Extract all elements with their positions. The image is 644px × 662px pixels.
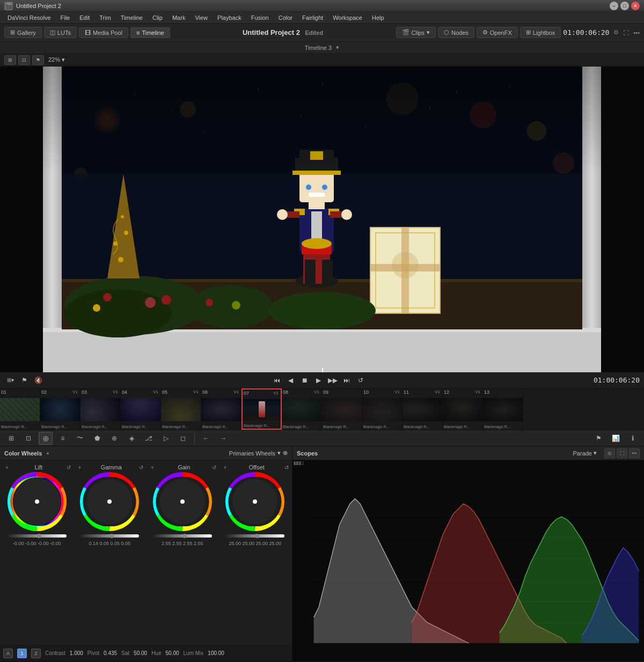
clip-07[interactable]: 07 V1 Blackmagic R...: [241, 388, 282, 430]
go-to-end-btn[interactable]: ⏭: [341, 374, 353, 386]
close-button[interactable]: ✕: [631, 2, 640, 10]
clip-04[interactable]: 04 V1 Blackmagic R...: [121, 388, 161, 430]
gain-wheel[interactable]: [153, 472, 212, 531]
menu-fairlight[interactable]: Fairlight: [298, 13, 327, 22]
nodes-button[interactable]: ⬡ Nodes: [438, 27, 474, 38]
scope-grid-btn[interactable]: ⊞: [604, 448, 615, 458]
gain-slider[interactable]: [153, 532, 212, 540]
clip-10[interactable]: 10 V1 Blackmagic R...: [362, 388, 402, 430]
menu-trim[interactable]: Trim: [95, 13, 115, 22]
view-zoom-btn[interactable]: ⊡: [18, 55, 30, 65]
luts-button[interactable]: ◫ LUTs: [44, 27, 77, 38]
step-forward-btn[interactable]: ▶▶: [327, 374, 339, 386]
media-pool-button[interactable]: 🎞 Media Pool: [79, 27, 128, 38]
go-to-start-btn[interactable]: ⏮: [271, 374, 283, 386]
clip-08[interactable]: 08 V1 Blackmagic R...: [282, 388, 322, 430]
gamma-slider[interactable]: [80, 532, 139, 540]
menu-color[interactable]: Color: [274, 13, 297, 22]
menu-davinci[interactable]: DaVinci Resolve: [3, 13, 55, 22]
preview-image: [0, 67, 644, 372]
clips-button[interactable]: 🎬 Clips ▾: [396, 27, 436, 38]
clip-06[interactable]: 06 V1 Blackmagic R...: [201, 388, 241, 430]
offset-add-btn[interactable]: +: [222, 464, 229, 471]
node-num-1[interactable]: 1: [17, 649, 27, 658]
zoom-level[interactable]: 22% ▾: [46, 56, 67, 63]
color-tool-blur[interactable]: ◈: [125, 432, 138, 445]
timeline-dropdown-icon[interactable]: ▾: [336, 44, 339, 51]
color-tool-track[interactable]: ◻: [176, 432, 190, 445]
timeline-button[interactable]: ≡ Timeline: [130, 27, 170, 38]
lift-slider[interactable]: [8, 532, 67, 540]
view-fit-btn[interactable]: ⊞: [4, 55, 16, 65]
gallery-button[interactable]: ⊞ Gallery: [4, 27, 42, 38]
menu-help[interactable]: Help: [368, 13, 389, 22]
color-tool-next[interactable]: →: [216, 432, 230, 445]
maximize-button[interactable]: □: [620, 2, 629, 10]
loop-btn[interactable]: ↺: [355, 374, 367, 386]
clip-12[interactable]: 12 V1 Blackmagic R...: [443, 388, 483, 430]
color-tool-info[interactable]: ℹ: [626, 432, 640, 445]
menu-timeline[interactable]: Timeline: [116, 13, 147, 22]
view-options-btn[interactable]: ⊞▾: [4, 374, 16, 386]
offset-slider[interactable]: [225, 532, 284, 540]
gamma-add-btn[interactable]: +: [76, 464, 84, 471]
color-tool-wheel[interactable]: ◎: [39, 432, 53, 445]
primaries-selector[interactable]: Primaries Wheels ▾ ⊕: [229, 450, 288, 457]
lift-reset[interactable]: ↺: [67, 465, 71, 470]
title-bar-controls[interactable]: – □ ✕: [610, 2, 640, 10]
clip-03[interactable]: 03 V1 Blackmagic R...: [80, 388, 121, 430]
color-tool-power[interactable]: ⊕: [107, 432, 121, 445]
openfx-button[interactable]: ⚙ OpenFX: [477, 27, 518, 38]
color-tool-3d[interactable]: ▷: [159, 432, 173, 445]
clip-09[interactable]: 09 Blackmagic R...: [322, 388, 362, 430]
lightbox-button[interactable]: ⊞ Lightbox: [520, 27, 561, 38]
more-options-icon[interactable]: •••: [633, 30, 640, 36]
gain-add-btn[interactable]: +: [149, 464, 156, 471]
gain-reset[interactable]: ↺: [212, 465, 216, 470]
scopes-header: Scopes Parade ▾ ⊞ ⛶ •••: [292, 446, 644, 460]
menu-view[interactable]: View: [191, 13, 212, 22]
step-back-btn[interactable]: ◀: [285, 374, 297, 386]
lift-wheel[interactable]: [8, 472, 67, 531]
timeline-icon: ≡: [136, 30, 140, 36]
lift-add-btn[interactable]: +: [3, 464, 11, 471]
menu-file[interactable]: File: [56, 13, 75, 22]
color-tool-flag[interactable]: ⚑: [591, 432, 605, 445]
flag-btn[interactable]: ⚑: [18, 374, 30, 386]
color-tool-curves[interactable]: 〜: [73, 432, 87, 445]
color-tool-clips[interactable]: ⊡: [21, 432, 35, 445]
gamma-wheel[interactable]: [80, 472, 139, 531]
menu-edit[interactable]: Edit: [75, 13, 94, 22]
auto-toggle[interactable]: A: [3, 649, 13, 658]
menu-mark[interactable]: Mark: [168, 13, 189, 22]
scope-more-btn[interactable]: •••: [629, 448, 640, 458]
menu-clip[interactable]: Clip: [148, 13, 167, 22]
color-tool-waveform[interactable]: 📊: [609, 432, 623, 445]
scope-expand-btn[interactable]: ⛶: [617, 448, 627, 458]
stop-btn[interactable]: ⏹: [299, 374, 311, 386]
menu-playback[interactable]: Playback: [213, 13, 246, 22]
audio-mute-btn[interactable]: 🔇: [32, 374, 44, 386]
color-tool-bars[interactable]: ≡: [56, 432, 70, 445]
color-tool-qualifier[interactable]: ⬟: [90, 432, 104, 445]
color-tool-key[interactable]: ⎇: [142, 432, 156, 445]
menu-fusion[interactable]: Fusion: [247, 13, 273, 22]
view-flag-btn[interactable]: ⚑: [32, 55, 44, 65]
play-btn[interactable]: ▶: [313, 374, 325, 386]
clip-11[interactable]: 11 V1 Blackmagic R...: [402, 388, 443, 430]
fullscreen-icon[interactable]: ⛶: [623, 30, 629, 36]
color-tool-gallery[interactable]: ⊞: [4, 432, 18, 445]
timecode-settings-icon[interactable]: ⚙: [613, 29, 619, 36]
clip-01[interactable]: 01 Blackmagic R...: [0, 388, 40, 430]
parade-selector[interactable]: Parade ▾: [573, 450, 597, 457]
offset-reset[interactable]: ↺: [284, 465, 289, 470]
clip-05[interactable]: 05 V1 Blackmagic R...: [161, 388, 201, 430]
minimize-button[interactable]: –: [610, 2, 618, 10]
offset-wheel[interactable]: [225, 472, 284, 531]
menu-workspace[interactable]: Workspace: [328, 13, 367, 22]
clip-13[interactable]: 13 Blackmagic R...: [483, 388, 523, 430]
node-num-2[interactable]: 2: [31, 649, 41, 658]
color-tool-prev[interactable]: ←: [199, 432, 213, 445]
clip-02[interactable]: 02 V1 Blackmagic R...: [40, 388, 80, 430]
gamma-reset[interactable]: ↺: [139, 465, 143, 470]
